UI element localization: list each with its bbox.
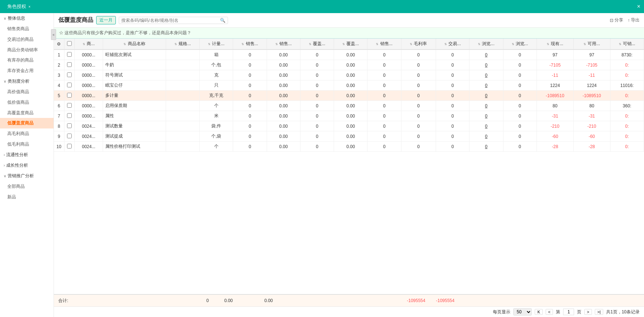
cell-browse1[interactable]: 0: [470, 142, 503, 152]
page-label2: 页: [577, 309, 581, 315]
cell-gross_margin: 0: [401, 121, 436, 131]
nav-tab-close-4[interactable]: ×: [28, 5, 31, 9]
sidebar-item-0-3[interactable]: 有库存的商品: [0, 55, 54, 66]
cell-browse1[interactable]: 0: [470, 121, 503, 131]
cell-checkbox[interactable]: [64, 121, 74, 131]
cell-browse1[interactable]: 0: [470, 80, 503, 91]
export-button[interactable]: ↑ 导出: [628, 17, 640, 23]
col-header-unit[interactable]: ⇅ 计量...: [200, 39, 233, 49]
table-row: 70000...属性米00.0000.0000000-31-310:: [54, 111, 644, 121]
col-header-browse1[interactable]: ⇅ 浏览...: [470, 39, 503, 49]
sidebar-section-arrow-0: ∨: [4, 16, 6, 20]
col-header-browse2[interactable]: ⇅ 浏览...: [503, 39, 537, 49]
total-value: [339, 298, 361, 303]
row-checkbox-7[interactable]: [67, 123, 72, 128]
cell-checkbox[interactable]: [64, 91, 74, 101]
col-header-coverage2[interactable]: ⇅ 覆盖...: [334, 39, 368, 49]
select-all-checkbox[interactable]: [67, 41, 72, 46]
cell-code: 0000...: [74, 111, 103, 121]
cell-coverage2: 0.00: [334, 111, 368, 121]
cell-gross_margin: 0: [401, 111, 436, 121]
page-size-label: 每页显示: [493, 309, 510, 315]
cell-browse1[interactable]: 0: [470, 101, 503, 111]
close-all-button[interactable]: ×: [637, 3, 640, 10]
sidebar-item-1-0[interactable]: 高价值商品: [0, 87, 54, 97]
cell-browse1[interactable]: 0: [470, 111, 503, 121]
table-row: 60000...启用保质期个00.0000.00000008080360:: [54, 101, 644, 111]
sidebar: ∨整体信息销售类商品交易过的商品商品分类动销率有库存的商品库存资金占用∨类别度分…: [0, 13, 54, 317]
nav-tab-4[interactable]: 角色授权×: [3, 2, 44, 11]
col-header-gross_margin[interactable]: ⇅ 毛利率: [401, 39, 436, 49]
col-header-sales_amount[interactable]: ⇅ 销售...: [267, 39, 300, 49]
sidebar-item-0-0[interactable]: 销售类商品: [0, 24, 54, 34]
sidebar-item-0-2[interactable]: 商品分类动销率: [0, 45, 54, 55]
sidebar-section-1[interactable]: ∨类别度分析: [0, 76, 54, 87]
prev-page-button[interactable]: <: [546, 309, 553, 315]
cell-checkbox[interactable]: [64, 131, 74, 142]
row-checkbox-0[interactable]: [67, 52, 72, 57]
cell-browse1[interactable]: 0: [470, 60, 503, 70]
row-checkbox-9[interactable]: [67, 144, 72, 148]
row-checkbox-8[interactable]: [67, 134, 72, 138]
cell-spec: [166, 70, 199, 80]
cell-current_stock: -7105: [537, 60, 573, 70]
sidebar-item-1-4[interactable]: 高毛利商品: [0, 128, 54, 139]
row-checkbox-4[interactable]: [67, 93, 72, 98]
col-header-spec[interactable]: ⇅ 规格...: [166, 39, 199, 49]
cell-name: 牛奶: [103, 60, 166, 70]
first-page-button[interactable]: K: [535, 309, 542, 315]
cell-checkbox[interactable]: [64, 111, 74, 121]
filter-period-button[interactable]: 近一月: [96, 16, 116, 24]
col-header-coverage1[interactable]: ⇅ 覆盖...: [300, 39, 334, 49]
row-checkbox-6[interactable]: [67, 113, 72, 118]
sidebar-section-4[interactable]: ∨营销推广分析: [0, 171, 54, 181]
search-input[interactable]: [121, 18, 219, 23]
col-header-available_stock[interactable]: ⇅ 可用...: [573, 39, 610, 49]
cell-sellable: 360:: [610, 101, 644, 111]
col-header-sales3[interactable]: ⇅ 销售...: [368, 39, 401, 49]
next-page-button[interactable]: >: [584, 309, 592, 315]
sidebar-section-label-1: 类别度分析: [8, 78, 30, 84]
page-size-select[interactable]: 50 20 100: [513, 308, 532, 316]
col-header-transaction[interactable]: ⇅ 交易...: [436, 39, 470, 49]
table-row: 80024...测试数量袋,件00.0000.0000000-210-2100:: [54, 121, 644, 131]
cell-browse1[interactable]: 0: [470, 70, 503, 80]
col-header-code[interactable]: ⇅ 商...: [74, 39, 103, 49]
sidebar-item-1-2[interactable]: 高覆盖度商品: [0, 108, 54, 118]
row-checkbox-5[interactable]: [67, 103, 72, 108]
sidebar-item-0-4[interactable]: 库存资金占用: [0, 66, 54, 76]
sidebar-section-label-0: 整体信息: [8, 15, 25, 21]
row-checkbox-2[interactable]: [67, 72, 72, 77]
cell-checkbox[interactable]: [64, 70, 74, 80]
col-header-sales_qty[interactable]: ⇅ 销售...: [233, 39, 267, 49]
share-button[interactable]: ⊡ 分享: [610, 17, 623, 23]
cell-browse1[interactable]: 0: [470, 131, 503, 142]
col-header-name[interactable]: ⇅ 商品名称: [103, 39, 166, 49]
row-checkbox-1[interactable]: [67, 62, 72, 67]
sidebar-item-1-3[interactable]: 低覆盖度商品: [0, 118, 54, 128]
cell-browse1[interactable]: 0: [470, 49, 503, 60]
sidebar-section-0[interactable]: ∨整体信息: [0, 13, 54, 24]
sidebar-section-2[interactable]: ›流通性分析: [0, 150, 54, 160]
row-checkbox-3[interactable]: [67, 83, 72, 87]
sidebar-item-1-5[interactable]: 低毛利商品: [0, 139, 54, 150]
sidebar-item-4-0[interactable]: 全部商品: [0, 181, 54, 192]
cell-checkbox[interactable]: [64, 80, 74, 91]
sidebar-item-4-1[interactable]: 新品: [0, 192, 54, 202]
cell-available_stock: 97: [573, 49, 610, 60]
cell-checkbox[interactable]: [64, 142, 74, 152]
last-page-button[interactable]: >|: [595, 309, 603, 315]
cell-sales_qty: 0: [233, 91, 267, 101]
page-number-input[interactable]: [563, 309, 574, 315]
col-header-current_stock[interactable]: ⇅ 现有...: [537, 39, 573, 49]
cell-checkbox[interactable]: [64, 101, 74, 111]
sidebar-item-0-1[interactable]: 交易过的商品: [0, 34, 54, 45]
cell-checkbox[interactable]: [64, 60, 74, 70]
cell-browse1[interactable]: 0: [470, 91, 503, 101]
sidebar-collapse-button[interactable]: «: [51, 29, 56, 40]
sidebar-item-1-1[interactable]: 低价值商品: [0, 97, 54, 108]
col-header-sellable[interactable]: ⇅ 可销...: [610, 39, 644, 49]
cell-sales3: 0: [368, 70, 401, 80]
sidebar-section-3[interactable]: ›成长性分析: [0, 160, 54, 171]
cell-checkbox[interactable]: [64, 49, 74, 60]
